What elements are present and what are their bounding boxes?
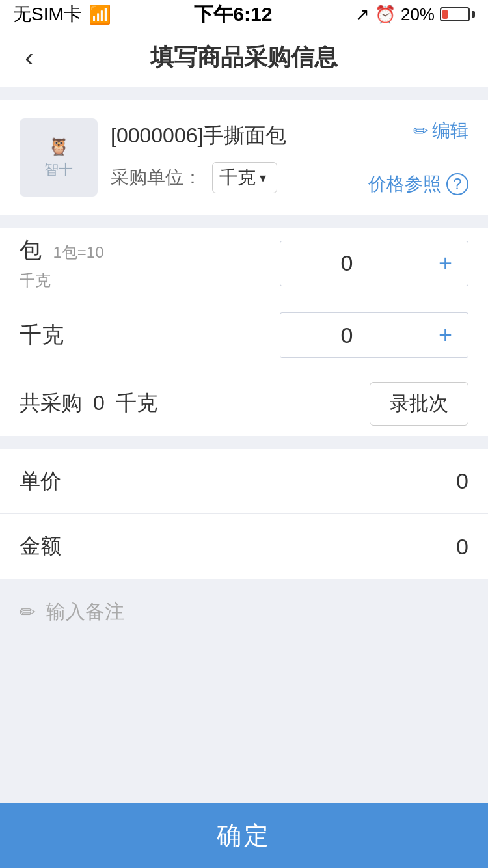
back-button[interactable]: ‹: [0, 29, 59, 87]
remark-placeholder: 输入备注: [46, 599, 124, 625]
quantity-input-kg[interactable]: [280, 312, 423, 358]
unit-select-dropdown[interactable]: 千克 ▾: [212, 162, 277, 193]
quantity-row-kg: 千克 +: [0, 299, 488, 371]
mid-divider-1: [0, 215, 488, 228]
edit-icon: ✏: [413, 120, 428, 142]
carrier-text: 无SIM卡: [13, 2, 82, 27]
battery-tip: [472, 11, 475, 18]
edit-button[interactable]: ✏ 编辑: [413, 118, 468, 143]
price-ref-label: 价格参照: [368, 172, 441, 197]
mid-divider-2: [0, 436, 488, 449]
price-row-unit: 单价 0: [0, 449, 488, 514]
purchase-unit-label: 采购单位：: [111, 165, 202, 190]
quantity-input-area-bao: +: [111, 241, 468, 286]
summary-row: 共采购 0 千克 录批次: [0, 371, 488, 436]
status-bar: 无SIM卡 📶 下午6:12 ↗ ⏰ 20%: [0, 0, 488, 29]
battery-fill: [442, 10, 448, 19]
price-label-unit: 单价: [20, 467, 61, 496]
battery-icon: [440, 7, 475, 21]
status-left: 无SIM卡 📶: [13, 2, 111, 27]
batch-button[interactable]: 录批次: [370, 382, 468, 426]
location-icon: ↗: [355, 5, 370, 25]
battery-percent: 20%: [401, 5, 435, 25]
remark-section[interactable]: ✏ 输入备注: [0, 579, 488, 645]
pencil-icon: ✏: [20, 601, 36, 623]
quantity-label-kg: 千克: [20, 320, 111, 350]
edit-label: 编辑: [432, 118, 468, 143]
unit-dropdown-arrow: ▾: [260, 170, 266, 185]
nav-bar: ‹ 填写商品采购信息: [0, 29, 488, 87]
price-value-unit: 0: [456, 468, 468, 494]
status-right: ↗ ⏰ 20%: [355, 5, 475, 25]
back-icon: ‹: [25, 43, 33, 72]
summary-text: 共采购 0 千克: [20, 389, 157, 418]
unit-value: 千克: [219, 165, 256, 190]
top-divider: [0, 87, 488, 100]
quantity-row-bao: 包 1包=10千克 +: [0, 228, 488, 299]
alarm-icon: ⏰: [375, 5, 396, 25]
quantity-section: 包 1包=10千克 + 千克 +: [0, 228, 488, 371]
quantity-plus-bao[interactable]: +: [423, 241, 468, 286]
product-logo: 🦉 智十: [44, 136, 73, 179]
price-value-amount: 0: [456, 534, 468, 560]
quantity-input-bao[interactable]: [280, 241, 423, 286]
product-card: 🦉 智十 [0000006]手撕面包 采购单位： 千克 ▾ ✏ 编辑 价格参照 …: [0, 100, 488, 215]
product-image: 🦉 智十: [20, 118, 98, 197]
price-label-amount: 金额: [20, 532, 61, 561]
confirm-button[interactable]: 确定: [0, 803, 488, 868]
quantity-label-bao: 包 1包=10千克: [20, 236, 111, 291]
help-icon: ?: [446, 173, 468, 195]
confirm-label: 确定: [217, 819, 271, 852]
status-time: 下午6:12: [194, 1, 272, 28]
battery-body: [440, 7, 470, 21]
quantity-plus-kg[interactable]: +: [423, 312, 468, 358]
price-section: 单价 0 金额 0: [0, 449, 488, 579]
quantity-input-area-kg: +: [111, 312, 468, 358]
price-ref-button[interactable]: 价格参照 ?: [368, 172, 468, 197]
price-row-amount: 金额 0: [0, 514, 488, 579]
wifi-icon: 📶: [88, 4, 111, 25]
page-title: 填写商品采购信息: [150, 42, 338, 74]
